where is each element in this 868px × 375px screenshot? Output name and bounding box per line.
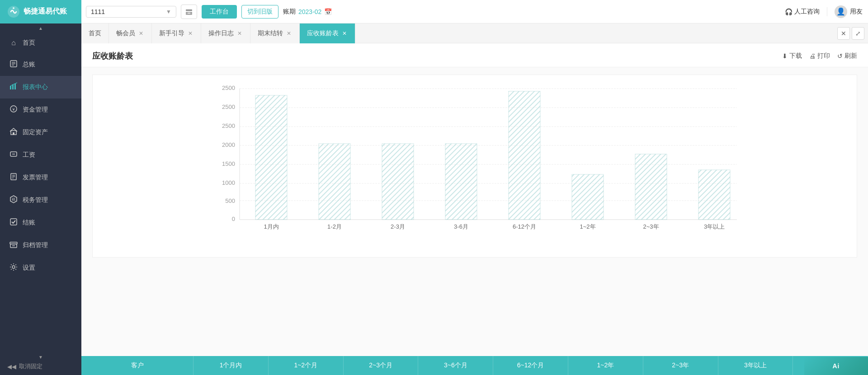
svg-text:¥: ¥ [12, 107, 15, 112]
svg-point-28 [12, 266, 15, 268]
col-customer: 客户 [81, 356, 193, 375]
svg-rect-15 [13, 132, 14, 135]
page-content: 应收账龄表 ⬇ 下载 🖨 打印 ↺ 刷新 [81, 43, 868, 375]
tab-member-label: 畅会员 [116, 29, 135, 38]
sidebar-item-label-invoice: 发票管理 [23, 173, 48, 182]
chart-area: 0 500 1000 1500 2000 2500 2500 2500 [92, 75, 857, 258]
svg-text:1000: 1000 [222, 179, 235, 186]
consult-label: 人工咨询 [794, 8, 820, 16]
svg-point-1 [13, 7, 14, 9]
sidebar-item-ledger[interactable]: 总账 [0, 53, 81, 76]
svg-text:1500: 1500 [222, 160, 235, 167]
archive-icon-btn[interactable] [181, 5, 197, 19]
logo-area: 畅捷通易代账 [0, 0, 81, 23]
svg-rect-55 [509, 91, 540, 220]
archive-sidebar-icon [9, 240, 18, 250]
sidebar-item-home[interactable]: ⌂ 首页 [0, 33, 81, 53]
sidebar-item-checkout[interactable]: 结账 [0, 211, 81, 234]
sidebar-item-reports[interactable]: 报表中心 [0, 76, 81, 98]
sidebar-item-settings[interactable]: 设置 [0, 257, 81, 279]
download-label: 下载 [789, 52, 802, 60]
close-tab-btn[interactable]: ✕ [837, 27, 850, 40]
company-name: 1111 [91, 8, 162, 15]
col-customer-label: 客户 [131, 361, 144, 370]
print-label: 打印 [817, 52, 830, 60]
tab-home[interactable]: 首页 [81, 23, 109, 43]
download-button[interactable]: ⬇ 下载 [782, 52, 802, 60]
sidebar-item-salary[interactable]: 工资 [0, 144, 81, 166]
tab-member[interactable]: 畅会员 ✕ [109, 23, 152, 43]
avatar: 👤 [835, 5, 847, 18]
tab-period-close[interactable]: 期末结转 ✕ [250, 23, 300, 43]
company-selector[interactable]: 1111 ▼ [86, 6, 176, 18]
svg-text:1~2年: 1~2年 [580, 223, 595, 230]
tab-aging[interactable]: 应收账龄表 ✕ [300, 23, 355, 43]
tabs-bar: 首页 畅会员 ✕ 新手引导 ✕ 操作日志 ✕ 期末结转 ✕ 应收账龄表 ✕ [81, 23, 868, 43]
sidebar-item-funds[interactable]: ¥ 资金管理 [0, 98, 81, 121]
ai-badge-text: Ai [833, 362, 840, 370]
sidebar-item-archive[interactable]: 归档管理 [0, 234, 81, 257]
svg-rect-10 [12, 84, 14, 89]
svg-rect-51 [382, 144, 414, 220]
switch-old-version-button[interactable]: 切到旧版 [241, 5, 278, 19]
print-button[interactable]: 🖨 打印 [809, 52, 830, 60]
consult-area[interactable]: 🎧 人工咨询 [785, 8, 820, 16]
chart-container: 0 500 1000 1500 2000 2500 2500 2500 [81, 67, 868, 356]
svg-rect-24 [10, 219, 17, 225]
svg-text:2-3月: 2-3月 [391, 223, 405, 230]
download-icon: ⬇ [782, 52, 788, 60]
tab-period-close-close[interactable]: ✕ [286, 30, 292, 37]
user-area[interactable]: 👤 用友 [835, 5, 863, 18]
col-2-3m: 2~3个月 [344, 356, 419, 375]
col-2-3y-label: 2~3年 [672, 361, 689, 370]
headphone-icon: 🎧 [785, 8, 793, 15]
col-6-12m: 6~12个月 [493, 356, 568, 375]
col-3-6m: 3~6个月 [418, 356, 493, 375]
col-3y-plus-label: 3年以上 [744, 361, 767, 370]
svg-rect-61 [698, 170, 730, 220]
tab-oplog-close[interactable]: ✕ [236, 30, 243, 37]
tabs-actions: ✕ ⤢ [837, 27, 868, 40]
col-1m-label: 1个月内 [220, 361, 242, 370]
col-1-2y-label: 1~2年 [597, 361, 614, 370]
workbench-button[interactable]: 工作台 [202, 5, 237, 19]
tab-oplog-label: 操作日志 [208, 29, 234, 38]
sidebar-item-assets[interactable]: 固定资产 [0, 121, 81, 144]
sidebar-item-label-tax: 税务管理 [23, 196, 48, 204]
pin-icon: ◀◀ [7, 363, 16, 370]
expand-tab-btn[interactable]: ⤢ [852, 27, 864, 40]
svg-text:6-12个月: 6-12个月 [513, 223, 536, 230]
svg-rect-59 [635, 154, 667, 220]
header-right: 🎧 人工咨询 👤 用友 [785, 5, 863, 18]
tab-aging-close[interactable]: ✕ [341, 30, 348, 37]
sidebar-item-label-funds: 资金管理 [23, 106, 48, 114]
sidebar-scroll-up[interactable]: ▲ [0, 23, 81, 33]
sidebar-item-invoice[interactable]: 发票管理 [0, 166, 81, 189]
sidebar-item-label-salary: 工资 [23, 151, 35, 159]
svg-text:3年以上: 3年以上 [704, 223, 725, 230]
table-header-bar: 客户 1个月内 1~2个月 2~3个月 3~6个月 6~12个月 [81, 356, 868, 375]
calendar-icon[interactable]: 📅 [324, 8, 332, 15]
svg-text:3-6月: 3-6月 [454, 223, 468, 230]
tab-guide[interactable]: 新手引导 ✕ [152, 23, 201, 43]
tab-home-label: 首页 [89, 29, 101, 38]
logo-icon [7, 5, 20, 18]
sidebar: ▲ ⌂ 首页 总账 报表中心 ¥ 资金管理 固定资产 [0, 23, 81, 375]
ai-badge[interactable]: Ai [804, 357, 868, 375]
col-1-2y: 1~2年 [568, 356, 643, 375]
tab-oplog[interactable]: 操作日志 ✕ [201, 23, 250, 43]
sidebar-scroll-down[interactable]: ▼ [0, 352, 81, 361]
svg-text:1月内: 1月内 [264, 223, 278, 230]
sidebar-item-label-assets: 固定资产 [23, 128, 48, 136]
col-3-6m-label: 3~6个月 [444, 361, 467, 370]
sidebar-item-label-archive: 归档管理 [23, 241, 48, 249]
tab-guide-close[interactable]: ✕ [187, 30, 193, 37]
tab-member-close[interactable]: ✕ [138, 30, 144, 37]
home-icon: ⌂ [9, 39, 18, 47]
period-area: 账期 2023-02 📅 [283, 8, 332, 16]
refresh-button[interactable]: ↺ 刷新 [837, 52, 857, 60]
sidebar-item-tax[interactable]: 税 税务管理 [0, 189, 81, 211]
svg-text:0: 0 [232, 216, 235, 222]
page-title: 应收账龄表 [92, 51, 133, 61]
page-header: 应收账龄表 ⬇ 下载 🖨 打印 ↺ 刷新 [81, 43, 868, 67]
